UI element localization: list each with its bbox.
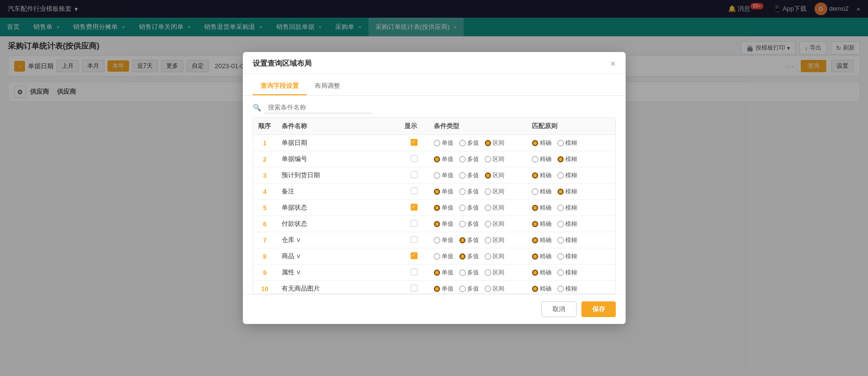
display-checkbox[interactable] [411, 139, 418, 146]
modal-close-btn[interactable]: × [610, 59, 616, 68]
row-type: 单值多值区间 [429, 232, 527, 248]
display-checkbox[interactable] [411, 269, 418, 275]
search-icon: 🔍 [253, 104, 261, 111]
row-name: 商品 ∨ [277, 248, 399, 265]
table-row: 6付款状态单值多值区间精确模糊 [253, 216, 615, 232]
row-type: 单值多值区间 [429, 216, 527, 232]
th-display: 显示 [399, 118, 429, 135]
row-type: 单值多值区间 [429, 248, 527, 265]
cancel-btn[interactable]: 取消 [541, 301, 577, 317]
modal-overlay: 设置查询区域布局 × 查询字段设置 布局调整 🔍 顺序 [0, 0, 868, 376]
row-name: 属性 ∨ [277, 265, 399, 281]
modal-footer: 取消 保存 [243, 294, 626, 324]
row-name: 单据编号 [277, 151, 399, 167]
table-row: 2单据编号单值多值区间精确模糊 [253, 151, 615, 167]
display-checkbox[interactable] [411, 188, 418, 194]
row-name: 单据日期 [277, 135, 399, 151]
table-row: 10有无商品图片单值多值区间精确模糊 [253, 281, 615, 295]
row-match: 精确模糊 [527, 184, 615, 200]
row-seq: 2 [253, 151, 277, 167]
table-row: 3预计到货日期单值多值区间精确模糊 [253, 167, 615, 184]
save-btn[interactable]: 保存 [581, 301, 616, 317]
row-display[interactable] [399, 184, 429, 200]
row-seq: 3 [253, 167, 277, 184]
row-display[interactable] [399, 167, 429, 184]
modal-title: 设置查询区域布局 [253, 59, 312, 68]
modal-table: 顺序 条件名称 显示 条件类型 匹配原则 [253, 117, 616, 294]
display-checkbox[interactable] [411, 220, 418, 227]
row-match: 精确模糊 [527, 248, 615, 265]
table-row: 8商品 ∨单值多值区间精确模糊 [253, 248, 615, 265]
th-type: 条件类型 [429, 118, 527, 135]
row-seq: 1 [253, 135, 277, 151]
row-seq: 6 [253, 216, 277, 232]
row-type: 单值多值区间 [429, 167, 527, 184]
row-display[interactable] [399, 200, 429, 216]
row-seq: 5 [253, 200, 277, 216]
row-type: 单值多值区间 [429, 151, 527, 167]
display-checkbox[interactable] [411, 252, 418, 259]
row-type: 单值多值区间 [429, 135, 527, 151]
row-type: 单值多值区间 [429, 200, 527, 216]
th-seq: 顺序 [253, 118, 277, 135]
row-type: 单值多值区间 [429, 281, 527, 295]
row-display[interactable] [399, 151, 429, 167]
modal-tab-fields[interactable]: 查询字段设置 [253, 79, 307, 95]
row-name: 付款状态 [277, 216, 399, 232]
row-display[interactable] [399, 135, 429, 151]
row-match: 精确模糊 [527, 265, 615, 281]
table-row: 1单据日期单值多值区间精确模糊 [253, 135, 615, 151]
row-seq: 4 [253, 184, 277, 200]
row-name: 预计到货日期 [277, 167, 399, 184]
row-name: 有无商品图片 [277, 281, 399, 295]
display-checkbox[interactable] [411, 204, 418, 211]
row-display[interactable] [399, 216, 429, 232]
row-match: 精确模糊 [527, 200, 615, 216]
modal-header: 设置查询区域布局 × [243, 52, 626, 74]
table-row: 5单据状态单值多值区间精确模糊 [253, 200, 615, 216]
row-type: 单值多值区间 [429, 184, 527, 200]
row-name: 单据状态 [277, 200, 399, 216]
modal-tabs: 查询字段设置 布局调整 [243, 74, 626, 96]
row-match: 精确模糊 [527, 232, 615, 248]
modal-search-row: 🔍 [243, 96, 626, 117]
row-display[interactable] [399, 281, 429, 295]
table-row: 7仓库 ∨单值多值区间精确模糊 [253, 232, 615, 248]
table-row: 9属性 ∨单值多值区间精确模糊 [253, 265, 615, 281]
row-seq: 10 [253, 281, 277, 295]
th-match: 匹配原则 [527, 118, 615, 135]
row-type: 单值多值区间 [429, 265, 527, 281]
display-checkbox[interactable] [411, 155, 418, 162]
row-display[interactable] [399, 232, 429, 248]
modal: 设置查询区域布局 × 查询字段设置 布局调整 🔍 顺序 [243, 52, 626, 324]
row-match: 精确模糊 [527, 216, 615, 232]
row-match: 精确模糊 [527, 167, 615, 184]
row-seq: 9 [253, 265, 277, 281]
row-seq: 7 [253, 232, 277, 248]
modal-search-input[interactable] [264, 102, 372, 113]
row-match: 精确模糊 [527, 135, 615, 151]
display-checkbox[interactable] [411, 285, 418, 292]
row-match: 精确模糊 [527, 281, 615, 295]
row-name: 仓库 ∨ [277, 232, 399, 248]
display-checkbox[interactable] [411, 171, 418, 178]
display-checkbox[interactable] [411, 236, 418, 243]
row-seq: 8 [253, 248, 277, 265]
row-display[interactable] [399, 248, 429, 265]
row-name: 备注 [277, 184, 399, 200]
row-match: 精确模糊 [527, 151, 615, 167]
th-name: 条件名称 [277, 118, 399, 135]
table-row: 4备注单值多值区间精确模糊 [253, 184, 615, 200]
row-display[interactable] [399, 265, 429, 281]
modal-tab-layout[interactable]: 布局调整 [307, 79, 348, 95]
